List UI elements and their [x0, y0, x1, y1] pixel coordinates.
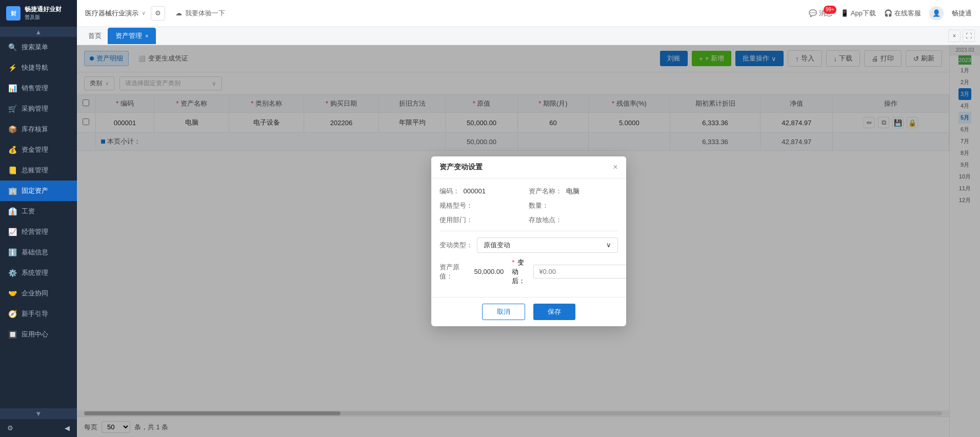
dialog-close-button[interactable]: × [613, 163, 617, 172]
sidebar-item-purchase[interactable]: 🛒 采购管理 [0, 98, 77, 119]
dialog-body: 编码： 000001 资产名称： 电脑 规格型号： [431, 178, 626, 297]
tab-asset-mgmt[interactable]: 资产管理 × [108, 28, 156, 44]
dialog-code-field: 编码： 000001 [439, 187, 529, 196]
sales-icon: 📊 [7, 83, 17, 93]
experience-text: 我要体验一下 [185, 9, 225, 18]
quicknav-icon: ⚡ [7, 63, 17, 73]
user-avatar[interactable]: 👤 [929, 6, 944, 21]
sidebar-item-collab[interactable]: 🤝 企业协同 [0, 283, 77, 304]
topbar-experience[interactable]: ☁ 我要体验一下 [175, 9, 225, 18]
sidebar-item-guide[interactable]: 🧭 新手引导 [0, 304, 77, 324]
tab-close-icon[interactable]: × [145, 33, 148, 39]
dialog-save-button[interactable]: 保存 [533, 304, 575, 320]
payroll-icon: 👔 [7, 206, 17, 216]
sidebar-scroll-down[interactable]: ▼ [0, 408, 77, 419]
settings-icon: ⚙ [7, 424, 13, 432]
sidebar-nav: 🔍 搜索菜单 ⚡ 快捷导航 📊 销售管理 🛒 采购管理 📦 库存核算 💰 资金管… [0, 37, 77, 408]
change-type-chevron-icon: ∨ [606, 241, 611, 249]
dialog-cancel-button[interactable]: 取消 [482, 304, 525, 320]
content-area: 资产明细 ⬜ 变更生成凭证 刘账 + + 新增 批量操作 ∨ [77, 45, 980, 437]
dialog-location-field: 存放地点： [529, 215, 618, 225]
app-download-button[interactable]: 📱 App下载 [841, 9, 876, 18]
dialog-spec-label: 规格型号： [439, 201, 473, 210]
avatar-icon: 👤 [932, 9, 941, 17]
guide-icon: 🧭 [7, 309, 17, 319]
system-icon: ⚙️ [7, 268, 17, 278]
tab-close-button[interactable]: × [948, 30, 961, 42]
basic-info-icon: ℹ️ [7, 247, 17, 257]
dialog-dept-field: 使用部门： [439, 215, 529, 225]
sidebar-item-fixed-assets[interactable]: 🏢 固定资产 [0, 181, 77, 201]
download-icon: 📱 [841, 9, 849, 17]
service-icon: 🎧 [884, 9, 892, 17]
sidebar-bottom-settings[interactable]: ⚙ ◀ [0, 419, 77, 437]
dialog-title: 资产变动设置 [439, 163, 483, 172]
dialog-name-value: 电脑 [566, 187, 579, 196]
dialog-code-name-row: 编码： 000001 资产名称： 电脑 [439, 187, 618, 196]
dialog-asset-value: 50,000.00 [474, 268, 504, 275]
bell-icon: 💬 [809, 9, 817, 17]
dialog-change-type-label: 变动类型： [439, 241, 473, 250]
dialog-spec-qty-row: 规格型号： 数量： [439, 201, 618, 210]
dialog-footer: 取消 保存 [431, 297, 626, 326]
sidebar-item-ledger[interactable]: 📒 总账管理 [0, 160, 77, 181]
sidebar-item-payroll[interactable]: 👔 工资 [0, 201, 77, 222]
dialog-spec-field: 规格型号： [439, 201, 529, 210]
dialog-name-label: 资产名称： [529, 187, 562, 196]
fixed-assets-icon: 🏢 [7, 186, 17, 196]
topbar-settings-button[interactable]: ⚙ [151, 6, 165, 21]
asset-change-dialog: 资产变动设置 × 编码： 000001 资产名称： 电脑 [431, 156, 626, 326]
operations-icon: 📈 [7, 227, 17, 237]
tab-asset-mgmt-label: 资产管理 [115, 31, 142, 41]
dialog-code-label: 编码： [439, 187, 459, 196]
sidebar-item-inventory[interactable]: 📦 库存核算 [0, 119, 77, 140]
dialog-dept-loc-row: 使用部门： 存放地点： [439, 215, 618, 225]
topbar-right: 💬 消息 99+ 📱 App下载 🎧 在线客服 👤 畅捷通 [809, 6, 972, 21]
sidebar: 财 畅捷通好业财 普及版 ▲ 🔍 搜索菜单 ⚡ 快捷导航 📊 销售管理 🛒 采购… [0, 0, 77, 437]
dialog-location-label: 存放地点： [529, 215, 562, 225]
sidebar-item-basic-info[interactable]: ℹ️ 基础信息 [0, 242, 77, 263]
topbar-title: 医疗器械行业演示 ∨ [85, 9, 146, 18]
sidebar-item-sales[interactable]: 📊 销售管理 [0, 78, 77, 98]
dialog-header: 资产变动设置 × [431, 156, 626, 178]
tab-expand-button[interactable]: ⛶ [963, 30, 975, 42]
online-service-button[interactable]: 🎧 在线客服 [884, 9, 921, 18]
notification-badge: 99+ [824, 6, 836, 14]
sidebar-scroll-up[interactable]: ▲ [0, 27, 77, 37]
dialog-after-input[interactable] [533, 265, 626, 279]
dialog-asset-value-label: 资产原值： [439, 263, 470, 281]
dialog-name-field: 资产名称： 电脑 [529, 187, 618, 196]
finance-icon: 💰 [7, 145, 17, 155]
tab-home[interactable]: 首页 [82, 28, 108, 44]
username-display[interactable]: 畅捷通 [952, 9, 972, 18]
dialog-code-value: 000001 [464, 187, 486, 195]
tabbar: 首页 资产管理 × × ⛶ [77, 27, 980, 45]
sidebar-item-operations[interactable]: 📈 经营管理 [0, 222, 77, 242]
sidebar-item-system[interactable]: ⚙️ 系统管理 [0, 263, 77, 283]
sidebar-item-quicknav[interactable]: ⚡ 快捷导航 [0, 57, 77, 78]
topbar: 医疗器械行业演示 ∨ ⚙ ☁ 我要体验一下 💬 消息 99+ 📱 App下载 🎧… [77, 0, 980, 27]
logo-icon: 财 [6, 6, 21, 21]
dialog-change-type-row: 变动类型： 原值变动 ∨ [439, 237, 618, 253]
dialog-qty-field: 数量： [529, 201, 618, 210]
purchase-icon: 🛒 [7, 104, 17, 114]
modal-overlay: 资产变动设置 × 编码： 000001 资产名称： 电脑 [77, 45, 980, 437]
cloud-icon: ☁ [175, 9, 182, 17]
company-chevron-icon[interactable]: ∨ [142, 10, 146, 16]
sidebar-item-finance[interactable]: 💰 资金管理 [0, 140, 77, 160]
company-name: 医疗器械行业演示 [85, 9, 138, 18]
change-type-value: 原值变动 [484, 241, 510, 250]
sidebar-item-apps[interactable]: 🔲 应用中心 [0, 324, 77, 345]
dialog-change-type-select[interactable]: 原值变动 ∨ [477, 237, 618, 253]
logo-sub: 普及版 [25, 14, 62, 21]
dialog-required-star: * 变动后： [512, 258, 525, 286]
dialog-qty-label: 数量： [529, 201, 549, 210]
sidebar-logo: 财 畅捷通好业财 普及版 [0, 0, 77, 27]
sidebar-item-search[interactable]: 🔍 搜索菜单 [0, 37, 77, 57]
inventory-icon: 📦 [7, 124, 17, 134]
logo-name: 畅捷通好业财 [25, 6, 62, 14]
dialog-value-row: 资产原值： 50,000.00 * 变动后： [439, 258, 618, 286]
notification-button[interactable]: 💬 消息 99+ [809, 9, 832, 18]
main-area: 医疗器械行业演示 ∨ ⚙ ☁ 我要体验一下 💬 消息 99+ 📱 App下载 🎧… [77, 0, 980, 437]
sidebar-toggle-icon[interactable]: ◀ [65, 424, 70, 432]
